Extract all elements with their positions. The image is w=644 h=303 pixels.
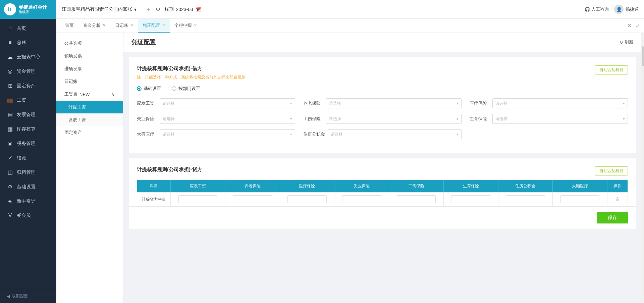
input-maternity[interactable] — [451, 195, 490, 203]
tab-fund-analysis-label: 资金分析 — [83, 22, 101, 29]
radio-dept[interactable]: 按部门设置 — [172, 86, 200, 92]
tab-fund-analysis[interactable]: 资金分析 ✕ — [78, 19, 110, 33]
field-medical: 医疗保险 请选择 ▾ — [470, 98, 628, 108]
expand-icon: ∨ — [112, 92, 115, 97]
radio-basic[interactable]: 基础设置 — [137, 86, 161, 92]
sidebar-item-fixed-assets[interactable]: ⊞ 固定资产 — [0, 79, 56, 93]
left-nav-payroll-table[interactable]: 工资表 NEW ∨ — [56, 88, 123, 101]
field-work-injury-select[interactable]: 请选择 ▾ — [326, 114, 462, 124]
close-tax-report-icon[interactable]: ✕ — [194, 23, 197, 27]
sidebar-label-fixed-assets: 固定资产 — [17, 83, 36, 89]
td-housing-fund[interactable] — [498, 193, 553, 206]
sidebar-label-home: 首页 — [17, 26, 26, 32]
topbar-settings-icon[interactable]: ⚙ — [156, 6, 160, 12]
input-pension[interactable] — [233, 195, 272, 203]
sidebar-item-checkout[interactable]: ✓ 结账 — [0, 151, 56, 165]
sidebar-label-settings: 基础设置 — [17, 184, 36, 190]
invoice-icon: ▤ — [7, 111, 13, 118]
td-work-injury[interactable] — [389, 193, 444, 206]
sidebar-label-ledger: 总账 — [17, 40, 26, 46]
left-nav-purchase-invoice[interactable]: 进项发票 — [56, 62, 123, 75]
left-nav: 公共选项 销项发票 进项发票 日记账 工资表 NEW ∨ 计提工资 — [56, 33, 123, 303]
credit-auto-match-button[interactable]: 自动匹配科目 — [595, 166, 628, 175]
settings-icon: ⚙ — [7, 184, 13, 190]
sidebar-label-archive: 归档管理 — [17, 169, 36, 175]
tax-icon: ◉ — [7, 140, 13, 147]
td-medical[interactable] — [280, 193, 335, 206]
input-housing-fund[interactable] — [506, 195, 545, 203]
debit-section: 计提核算规则(公司承担)-借方 注：只能选择一种方式，系统将按照您当前的选择来配… — [129, 57, 636, 153]
input-large-medical[interactable] — [560, 195, 600, 203]
sidebar-label-fund: 资金管理 — [17, 68, 36, 74]
left-nav-fixed-assets[interactable]: 固定资产 — [56, 126, 123, 139]
sidebar-item-fund[interactable]: ◎ 资金管理 — [0, 64, 56, 79]
close-journal-icon[interactable]: ✕ — [130, 23, 133, 27]
input-medical[interactable] — [287, 195, 327, 203]
main-area: 江西服宝精品有限责任公司内账张 ▾ | ＋ ⚙ 账期 2023-03 📅 🎧 人… — [56, 0, 644, 303]
user-name: 畅捷通 — [626, 6, 639, 12]
user-menu[interactable]: 👤 畅捷通 — [614, 5, 639, 14]
sidebar-item-invoice[interactable]: ▤ 发票管理 — [0, 107, 56, 122]
sidebar-label-tax: 税务管理 — [17, 141, 36, 147]
sidebar-item-cloud-report[interactable]: ☁ 云报表中心 — [0, 50, 56, 64]
field-housing-fund-select[interactable]: 请选择 ▾ — [328, 129, 462, 139]
debit-auto-match-button[interactable]: 自动匹配科目 — [595, 65, 628, 74]
sidebar-label-guide: 新手引导 — [17, 198, 36, 204]
field-large-medical-select[interactable]: 请选择 ▾ — [160, 129, 295, 139]
field-salary-select[interactable]: 请选择 ▾ — [160, 98, 295, 108]
input-gross-salary[interactable] — [178, 195, 218, 203]
home-icon: ⌂ — [7, 26, 13, 32]
delete-row-icon[interactable]: 🗑 — [615, 197, 620, 202]
field-pension-select[interactable]: 请选择 ▾ — [326, 98, 462, 108]
logo-icon: iT — [4, 3, 16, 15]
company-selector[interactable]: 江西服宝精品有限责任公司内账张 ▾ — [62, 6, 137, 12]
close-voucher-config-icon[interactable]: ✕ — [162, 23, 165, 27]
td-maternity[interactable] — [444, 193, 498, 206]
td-unemployment[interactable] — [334, 193, 389, 206]
expand-tabs-icon[interactable]: ⤢ — [636, 22, 640, 29]
cancel-fixed-button[interactable]: ◀ 取消固定 — [0, 289, 56, 303]
field-pension-label: 养老保险 — [303, 100, 323, 106]
period-selector[interactable]: 账期 2023-03 📅 — [164, 6, 201, 12]
sidebar-item-settings[interactable]: ⚙ 基础设置 — [0, 180, 56, 194]
td-pension[interactable] — [225, 193, 280, 206]
field-medical-select[interactable]: 请选择 ▾ — [492, 98, 628, 108]
input-unemployment[interactable] — [342, 195, 381, 203]
page-title: 凭证配置 — [131, 38, 156, 46]
table-row: 计提贷方科目 🗑 — [137, 192, 628, 206]
tab-voucher-config[interactable]: 凭证配置 ✕ — [138, 19, 170, 33]
company-name: 江西服宝精品有限责任公司内账张 — [62, 6, 132, 12]
scrollbar[interactable] — [641, 33, 644, 303]
tab-tax-report[interactable]: 个税申报 ✕ — [170, 19, 202, 33]
sidebar-item-archive[interactable]: ◫ 归档管理 — [0, 165, 56, 180]
help-button[interactable]: 🎧 人工咨询 — [585, 6, 609, 12]
credit-table: 科目 应发工资 养老保险 医疗保险 失业保险 工伤保险 生育保险 住房公积金 大… — [137, 180, 628, 206]
field-salary-label: 应发工资 — [137, 100, 157, 106]
sidebar-item-guide[interactable]: ◈ 新手引导 — [0, 194, 56, 208]
field-unemployment-select[interactable]: 请选择 ▾ — [160, 114, 295, 124]
add-company-icon[interactable]: ＋ — [146, 5, 152, 13]
close-all-tabs-icon[interactable]: ✕ — [627, 22, 632, 29]
tab-journal[interactable]: 日记账 ✕ — [110, 19, 138, 33]
left-nav-public[interactable]: 公共选项 — [56, 37, 123, 50]
radio-group: 基础设置 按部门设置 — [137, 86, 628, 92]
left-nav-payroll-payment[interactable]: 发放工资 — [56, 113, 123, 126]
sidebar-item-home[interactable]: ⌂ 首页 — [0, 21, 56, 36]
field-maternity-select[interactable]: 请选择 ▾ — [492, 114, 628, 124]
input-work-injury[interactable] — [397, 195, 436, 203]
sidebar-item-ledger[interactable]: ≡ 总账 — [0, 36, 56, 50]
sidebar-item-tax[interactable]: ◉ 税务管理 — [0, 136, 56, 151]
refresh-button[interactable]: ↻ 刷新 — [620, 39, 633, 45]
left-nav-sales-invoice[interactable]: 销项发票 — [56, 50, 123, 62]
td-gross-salary[interactable] — [171, 193, 225, 206]
sidebar-item-salary[interactable]: 💼 工资 — [0, 93, 56, 107]
tab-home[interactable]: 首页 — [60, 19, 78, 33]
td-large-medical[interactable] — [553, 193, 607, 206]
save-button[interactable]: 保存 — [597, 212, 628, 223]
sidebar-item-vip[interactable]: V 畅会员 — [0, 208, 56, 222]
close-fund-analysis-icon[interactable]: ✕ — [103, 23, 106, 27]
left-nav-journal[interactable]: 日记账 — [56, 75, 123, 88]
sidebar-item-inventory[interactable]: ▦ 库存核算 — [0, 122, 56, 136]
th-work-injury-ins: 工伤保险 — [389, 180, 444, 192]
left-nav-payroll-accrual[interactable]: 计提工资 — [56, 101, 123, 113]
